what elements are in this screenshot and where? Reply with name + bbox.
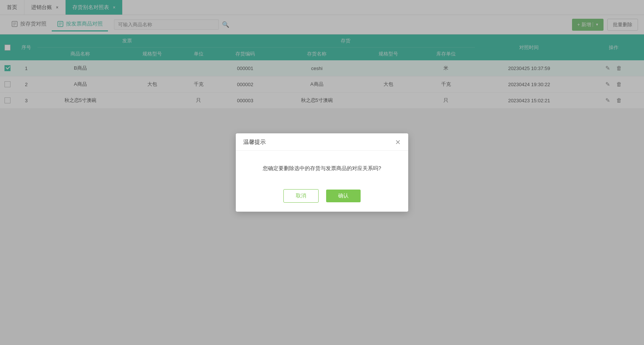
cancel-button[interactable]: 取消 <box>283 189 319 203</box>
modal-overlay[interactable]: 温馨提示 ✕ 您确定要删除选中的存货与发票商品的对应关系吗? 取消 确认 <box>0 0 644 345</box>
dialog-close-button[interactable]: ✕ <box>395 139 401 146</box>
dialog-header: 温馨提示 ✕ <box>236 133 408 151</box>
page: 首页 进销台账 × 存货别名对照表 × 按存货对照 <box>0 0 644 345</box>
dialog-body: 您确定要删除选中的存货与发票商品的对应关系吗? <box>236 151 408 183</box>
confirm-button[interactable]: 确认 <box>326 190 361 202</box>
dialog-footer: 取消 确认 <box>236 183 408 212</box>
confirm-dialog: 温馨提示 ✕ 您确定要删除选中的存货与发票商品的对应关系吗? 取消 确认 <box>236 133 408 211</box>
dialog-message: 您确定要删除选中的存货与发票商品的对应关系吗? <box>263 165 381 171</box>
dialog-title: 温馨提示 <box>243 139 266 146</box>
